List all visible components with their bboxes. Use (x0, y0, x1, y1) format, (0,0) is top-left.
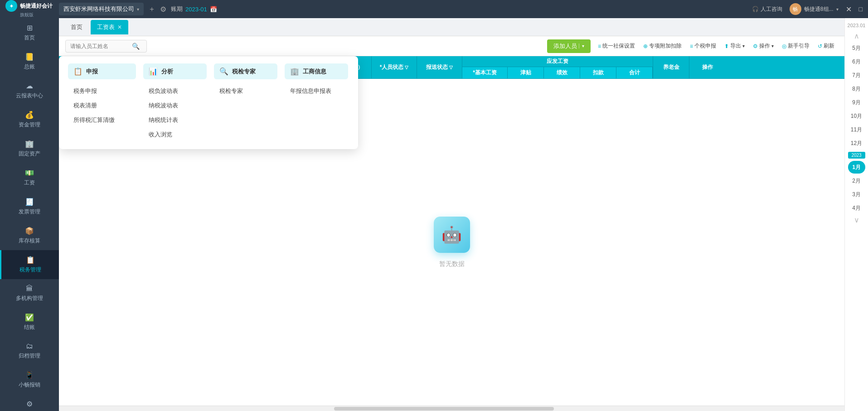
main-layout: ⊞ 首页 📒 总账 ☁ 云报表中心 💰 资金管理 🏢 固定资产 💵 工资 🧾 发… (0, 18, 868, 411)
settings-icon: ⚙ (26, 400, 33, 408)
sidebar-item-cloud-report[interactable]: ☁ 云报表中心 (0, 76, 59, 105)
tab-salary-table[interactable]: 工资表 ✕ (91, 20, 128, 34)
fixed-assets-icon: 🏢 (25, 140, 34, 148)
th-total: 合计 (616, 67, 653, 78)
sidebar-label-xiaochang: 小畅报销 (19, 381, 40, 389)
dropdown-item-tax-check[interactable]: 税检专家 (214, 84, 277, 98)
sidebar-item-multi-org[interactable]: 🏛 多机构管理 (0, 279, 59, 308)
refresh-btn[interactable]: ↺ 刷新 (814, 40, 838, 52)
sidebar-label-multi: 多机构管理 (16, 295, 43, 302)
sidebar-label-salary: 工资 (24, 179, 35, 187)
h-scroll-thumb[interactable] (334, 407, 554, 411)
home-icon: ⊞ (27, 24, 33, 32)
dropdown-item-annual-report[interactable]: 年报信息申报表 (285, 84, 348, 98)
date-month-8[interactable]: 8月 (848, 82, 865, 95)
tab-salary-label: 工资表 (97, 23, 115, 31)
dropdown-item-tax-stats[interactable]: 纳税统计表 (143, 113, 207, 127)
special-deduction-btn[interactable]: ⊕ 专项附加扣除 (640, 40, 685, 52)
filter-icon[interactable]: ▽ (405, 65, 408, 70)
personal-tax-btn[interactable]: ≡ 个税申报 (686, 40, 720, 52)
sidebar-item-ledger[interactable]: 📒 总账 (0, 47, 59, 76)
tab-close-icon[interactable]: ✕ (117, 24, 122, 30)
company-name: 西安虾米网络科技有限公司 (63, 5, 134, 13)
th-deduction-label: 扣款 (593, 69, 604, 77)
sidebar-item-archive[interactable]: 🗂 归档管理 (0, 337, 59, 365)
date-month-5[interactable]: 5月 (848, 42, 865, 54)
search-input[interactable] (70, 43, 129, 49)
h-scrollbar[interactable] (59, 406, 844, 411)
declaration-title: 申报 (86, 68, 98, 76)
content-area: 首页 工资表 ✕ 🔍 添加人员 ▾ ≡ 统一社保设置 (59, 18, 844, 411)
date-nav-down[interactable]: ∨ (854, 216, 859, 224)
sidebar-item-basic-settings[interactable]: ⚙ 基础设置 (0, 394, 59, 411)
maximize-window-icon[interactable]: □ (859, 5, 863, 13)
personal-tax-label: 个税申报 (694, 42, 716, 50)
date-month-4[interactable]: 4月 (848, 202, 865, 214)
sidebar-item-salary[interactable]: 💵 工资 (0, 163, 59, 192)
add-company-icon[interactable]: ＋ (148, 5, 155, 14)
customer-service-btn[interactable]: 🎧 人工咨询 (752, 5, 782, 13)
close-window-icon[interactable]: ✕ (846, 5, 852, 14)
dropdown-item-tax-table[interactable]: 税表清册 (68, 98, 136, 113)
period-area: 账期 2023-01 📅 (171, 5, 217, 13)
sidebar-item-inventory[interactable]: 📦 库存核算 (0, 221, 59, 250)
logo-icon: ✦ (5, 0, 17, 12)
date-nav-up[interactable]: ∧ (854, 32, 859, 40)
date-month-2[interactable]: 2月 (848, 174, 865, 187)
sidebar-item-settlement[interactable]: ✅ 结账 (0, 308, 59, 337)
add-person-arrow-icon: ▾ (579, 44, 584, 48)
date-month-1-active[interactable]: 1月 (848, 161, 865, 174)
social-insurance-btn[interactable]: ≡ 统一社保设置 (594, 40, 639, 52)
dropdown-item-payment-fluctuation[interactable]: 纳税波动表 (143, 98, 207, 113)
add-person-label: 添加人员 (553, 42, 577, 50)
dropdown-section-analysis: 📊 分析 税负波动表 纳税波动表 纳税统计表 收入浏览 (143, 63, 207, 142)
tab-home[interactable]: 首页 (64, 20, 89, 34)
operation-btn[interactable]: ⚙ 操作 ▾ (749, 40, 777, 52)
company-selector[interactable]: 西安虾米网络科技有限公司 ▾ (59, 3, 144, 15)
tax-dropdown-menu: 📋 申报 税务申报 税表清册 所得税汇算清缴 📊 分析 税负波动表 纳税波动表 … (59, 56, 358, 149)
sidebar-item-fixed-assets[interactable]: 🏢 固定资产 (0, 134, 59, 163)
logo-sub: 旗舰版 (20, 12, 54, 18)
date-month-6[interactable]: 6月 (848, 55, 865, 68)
th-pension: 养老金 (653, 56, 689, 78)
no-data-text: 暂无数据 (439, 260, 465, 268)
date-month-3[interactable]: 3月 (848, 188, 865, 201)
settings-icon[interactable]: ⚙ (160, 5, 166, 14)
report-filter-icon[interactable]: ▽ (449, 65, 453, 70)
th-operate: 操作 (689, 56, 726, 78)
toolbar: 🔍 添加人员 ▾ ≡ 统一社保设置 ⊕ 专项附加扣除 ≡ 个税申报 (59, 36, 844, 56)
th-report-status: 报送状态 ▽ (417, 56, 462, 78)
section-declaration-header: 📋 申报 (68, 63, 136, 79)
guide-btn[interactable]: ◎ 新手引导 (778, 40, 813, 52)
search-icon: 🔍 (132, 43, 140, 50)
expert-icon: 🔍 (219, 67, 228, 76)
calendar-icon[interactable]: 📅 (210, 6, 217, 13)
date-month-12[interactable]: 12月 (848, 137, 865, 150)
dropdown-item-tax-fluctuation[interactable]: 税负波动表 (143, 84, 207, 98)
header-right: 🎧 人工咨询 畅 畅捷通8组... ▾ ✕ □ (752, 3, 863, 15)
th-performance-label: 绩效 (557, 69, 567, 77)
dropdown-item-tax-declaration[interactable]: 税务申报 (68, 84, 136, 98)
sidebar-item-fund[interactable]: 💰 资金管理 (0, 105, 59, 134)
sidebar-item-tax[interactable]: 📋 税务管理 (0, 250, 59, 279)
sidebar-item-invoice[interactable]: 🧾 发票管理 (0, 192, 59, 221)
sidebar-item-xiaochang[interactable]: 📱 小畅报销 (0, 365, 59, 394)
section-expert-header: 🔍 税检专家 (214, 63, 277, 79)
date-month-11[interactable]: 11月 (848, 123, 865, 136)
dropdown-item-income-browse[interactable]: 收入浏览 (143, 127, 207, 142)
sidebar-label-fund: 资金管理 (19, 121, 40, 129)
user-area[interactable]: 畅 畅捷通8组... ▾ (790, 3, 839, 15)
export-btn[interactable]: ⬆ 导出 ▾ (721, 40, 748, 52)
refresh-icon: ↺ (818, 43, 822, 49)
logo-text: 畅捷通好会计 (20, 2, 53, 10)
add-person-btn[interactable]: 添加人员 ▾ (547, 39, 591, 53)
date-month-10[interactable]: 10月 (848, 110, 865, 122)
sidebar-item-home[interactable]: ⊞ 首页 (0, 18, 59, 47)
dropdown-item-income-tax[interactable]: 所得税汇算清缴 (68, 113, 136, 127)
export-icon: ⬆ (724, 43, 729, 49)
date-month-9[interactable]: 9月 (848, 96, 865, 109)
date-month-7[interactable]: 7月 (848, 69, 865, 82)
business-icon: 🏢 (290, 67, 299, 76)
user-name: 畅捷通8组... (804, 5, 834, 13)
search-box[interactable]: 🔍 (65, 40, 147, 53)
